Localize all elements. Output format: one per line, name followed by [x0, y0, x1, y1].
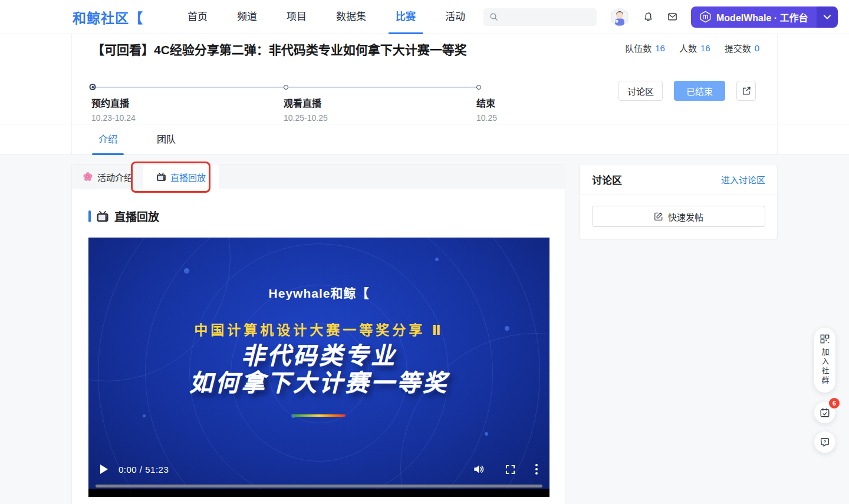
share-icon — [741, 85, 752, 96]
timeline-node-3 — [476, 85, 481, 90]
workbench-label: ModelWhale · 工作台 — [716, 10, 808, 24]
join-community-button[interactable]: 加入社群 — [814, 328, 835, 393]
search-box[interactable] — [483, 8, 597, 26]
subnav-live-replay[interactable]: 直播回放 — [143, 164, 219, 189]
enter-discussion-link[interactable]: 进入讨论区 — [721, 173, 765, 186]
messages-button[interactable] — [667, 11, 678, 22]
section-header: 直播回放 — [88, 208, 548, 224]
modelwhale-logo-icon — [699, 11, 712, 23]
play-button[interactable] — [100, 465, 108, 474]
calendar-check-icon — [820, 407, 830, 418]
stat-participants: 人数16 — [679, 42, 710, 54]
page: 和鲸社区【 首页 频道 项目 数据集 比赛 活动 — [0, 0, 849, 504]
flower-icon — [83, 172, 93, 182]
introduction-content-card: 活动介绍 直播回放 — [71, 164, 565, 504]
site-logo[interactable]: 和鲸社区【 — [73, 7, 143, 27]
discussion-button[interactable]: 讨论区 — [618, 81, 663, 101]
notification-badge: 6 — [829, 398, 840, 409]
edit-icon — [654, 212, 663, 221]
page-title: 【可回看】4C经验分享第二弹：非代码类专业如何拿下大计赛一等奖 — [92, 40, 467, 58]
video-brand-text: Heywhale和鲸【 — [88, 284, 549, 301]
tv-icon — [96, 210, 109, 222]
tv-icon — [156, 172, 166, 182]
video-player[interactable]: Heywhale和鲸【 中国计算机设计大赛一等奖分享 Ⅱ 非代码类专业 如何拿下… — [88, 238, 549, 497]
events-calendar-button[interactable]: 6 — [814, 402, 835, 423]
timeline-stage-watch: 观看直播 10.25-10.25 — [284, 95, 328, 123]
discussion-sidebar-card: 讨论区 进入讨论区 快速发帖 — [580, 164, 778, 239]
svg-text:?: ? — [824, 439, 827, 444]
quick-post-button[interactable]: 快速发帖 — [592, 206, 765, 227]
workbench-dropdown-toggle[interactable] — [817, 6, 838, 28]
stat-submissions: 提交数0 — [725, 42, 759, 54]
more-options-button[interactable] — [535, 464, 538, 475]
timeline-stage-reserve: 预约直播 10.23-10.24 — [91, 95, 136, 123]
decorative-gradient-line — [292, 414, 345, 417]
competition-actions: 讨论区 已结束 — [618, 81, 756, 101]
tab-introduction[interactable]: 介绍 — [93, 124, 123, 155]
notifications-button[interactable] — [643, 11, 654, 22]
nav-channels[interactable]: 频道 — [222, 0, 272, 34]
qr-code-icon — [820, 334, 830, 344]
bell-icon — [643, 11, 654, 22]
chevron-down-icon — [824, 15, 831, 19]
section-title: 直播回放 — [114, 208, 159, 224]
search-input[interactable] — [502, 12, 591, 22]
join-community-label: 加入社群 — [821, 348, 829, 386]
floating-action-column: 加入社群 6 ? — [814, 328, 835, 453]
video-subtitle-text: 中国计算机设计大赛一等奖分享 Ⅱ — [88, 319, 549, 339]
content-subnav: 活动介绍 直播回放 — [72, 164, 565, 189]
help-feedback-button[interactable]: ? — [814, 431, 835, 453]
nav-competitions[interactable]: 比赛 — [381, 0, 430, 34]
stat-teams: 队伍数16 — [625, 42, 665, 54]
share-button[interactable] — [736, 81, 756, 101]
status-ended-button[interactable]: 已结束 — [674, 81, 725, 101]
nav-activities[interactable]: 活动 — [430, 0, 480, 34]
main-nav: 首页 频道 项目 数据集 比赛 活动 — [173, 0, 480, 34]
timeline-node-1 — [90, 84, 96, 90]
modelwhale-workbench-button[interactable]: ModelWhale · 工作台 — [691, 6, 838, 28]
nav-datasets[interactable]: 数据集 — [321, 0, 381, 34]
help-icon: ? — [820, 437, 830, 447]
tab-team[interactable]: 团队 — [152, 124, 181, 155]
search-icon — [489, 12, 498, 21]
competition-header-section: 【可回看】4C经验分享第二弹：非代码类专业如何拿下大计赛一等奖 队伍数16 人数… — [0, 34, 849, 124]
video-controls: 0:00 / 51:23 — [88, 464, 549, 475]
video-progress-bar[interactable] — [96, 485, 542, 487]
video-time-display: 0:00 / 51:23 — [119, 465, 169, 475]
top-navigation-bar: 和鲸社区【 首页 频道 项目 数据集 比赛 活动 — [0, 0, 849, 34]
timeline-node-2 — [284, 85, 288, 90]
competition-timeline: 预约直播 10.23-10.24 观看直播 10.25-10.25 结束 10.… — [91, 83, 499, 119]
mail-icon — [667, 11, 678, 22]
competition-stats: 队伍数16 人数16 提交数0 — [625, 42, 759, 54]
nav-projects[interactable]: 项目 — [272, 0, 321, 34]
video-headline-line2: 如何拿下大计赛一等奖 — [88, 364, 549, 398]
volume-button[interactable] — [473, 464, 485, 475]
video-thumbnail: Heywhale和鲸【 中国计算机设计大赛一等奖分享 Ⅱ 非代码类专业 如何拿下… — [88, 238, 549, 489]
nav-home[interactable]: 首页 — [173, 0, 222, 34]
sidebar-title: 讨论区 — [592, 172, 622, 187]
timeline-stage-end: 结束 10.25 — [476, 95, 497, 123]
subnav-activity-intro[interactable]: 活动介绍 — [72, 164, 143, 189]
fullscreen-button[interactable] — [505, 465, 515, 475]
section-accent-bar — [88, 210, 91, 222]
detail-tab-bar: 介绍 团队 — [0, 124, 849, 155]
user-avatar[interactable] — [610, 7, 630, 27]
